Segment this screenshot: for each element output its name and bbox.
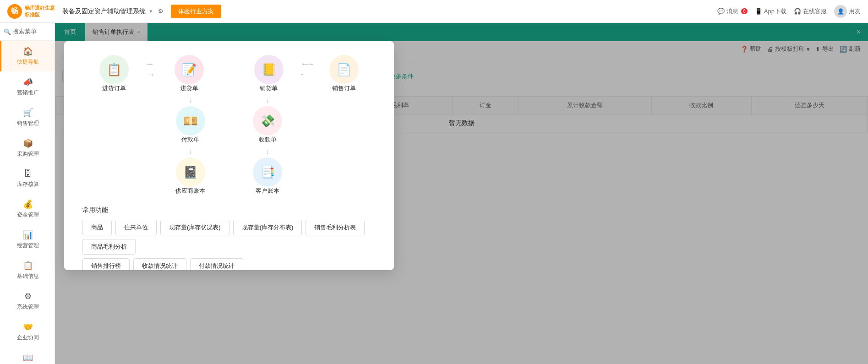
func-btn-partner[interactable]: 往来单位 [115, 220, 157, 235]
function-buttons-grid: 商品 往来单位 现存量(库存状况表) 现存量(库存分布表) 销售毛利分析表 商品… [82, 220, 376, 255]
sidebar-item-inventory[interactable]: 🗄 库存核算 [0, 163, 55, 194]
sales-order-label: 销售订单 [332, 84, 356, 92]
arrow-row-3: ↓ ↓ [82, 147, 376, 156]
sidebar-search[interactable]: 🔍 搜索菜单 [0, 23, 55, 41]
func-btn-sales-rank[interactable]: 销售排行榜 [82, 258, 130, 270]
logo-icon: 畅 [7, 4, 22, 19]
func-btn-product-profit[interactable]: 商品毛利分析 [82, 239, 136, 255]
system-icon: ⚙ [24, 291, 32, 301]
down-arrow-purchase: ↓ [159, 96, 221, 104]
spacer-left [82, 96, 144, 104]
popup-overlay[interactable]: 📋 进货订单 - - - → 📝 进货单 [55, 23, 868, 364]
enterprise-icon: 🤝 [23, 322, 33, 332]
purchase-icon: 📦 [23, 138, 33, 148]
flow-row-0: 📋 进货订单 - - - → 📝 进货单 [82, 55, 376, 92]
common-functions: 常用功能 商品 往来单位 现存量(库存状况表) 现存量(库存分布表) 销售毛利分… [82, 206, 376, 270]
purchase-slip-circle[interactable]: 📝 [175, 55, 204, 84]
sidebar: 🔍 搜索菜单 🏠 快捷导航 📣 营销推广 🛒 销售管理 📦 采购管理 🗄 库存核… [0, 23, 55, 364]
main-layout: 🔍 搜索菜单 🏠 快捷导航 📣 营销推广 🛒 销售管理 📦 采购管理 🗄 库存核… [0, 23, 868, 364]
message-item[interactable]: 💬 消息 6 [717, 7, 748, 16]
operations-icon: 📊 [23, 230, 33, 240]
purchase-slip-label: 进货单 [180, 84, 198, 92]
purchase-order-icon: 📋 [107, 63, 121, 77]
sidebar-label-inventory: 库存核算 [17, 180, 39, 188]
right-arrow-1: - - - → [146, 59, 158, 80]
sidebar-item-enterprise[interactable]: 🤝 企业协同 [0, 316, 55, 347]
sp1 [82, 147, 144, 156]
sidebar-label-operations: 经营管理 [17, 242, 39, 250]
customer-label: 客户账本 [256, 187, 279, 195]
search-icon: 🔍 [4, 28, 11, 35]
header-right: 💬 消息 6 📱 App下载 🎧 在线客服 👤 用友 [717, 5, 861, 18]
func-btn-payment-stats[interactable]: 付款情况统计 [190, 258, 243, 270]
basic-info-icon: 📋 [23, 261, 33, 271]
flow-row-2: 💴 付款单 💸 收款单 [82, 106, 376, 144]
sidebar-item-basic-info[interactable]: 📋 基础信息 [0, 255, 55, 286]
sidebar-label-marketing: 营销推广 [17, 89, 39, 97]
right-panel: 首页 销售订单执行表 × × ❓ 帮助 🖨 按模板打印 ▾ ⬆ 导出 [55, 23, 868, 364]
arrow-row-1: ↓ ↓ [82, 96, 376, 104]
func-btn-receipt-stats[interactable]: 收款情况统计 [133, 258, 186, 270]
receipt-label: 收款单 [259, 136, 277, 144]
dropdown-icon[interactable]: ▾ [149, 8, 153, 15]
sales-slip-icon: 📒 [262, 63, 276, 77]
func-btn-stock-dist[interactable]: 现存量(库存分布表) [233, 220, 302, 235]
marketing-icon: 📣 [23, 77, 33, 87]
customer-circle[interactable]: 📑 [253, 158, 282, 187]
flow-cell-customer: 📑 客户账本 [237, 158, 299, 195]
sidebar-item-operations[interactable]: 📊 经营管理 [0, 224, 55, 255]
flow-cell-sales-order: 📄 销售订单 [312, 55, 376, 92]
sidebar-item-marketing[interactable]: 📣 营销推广 [0, 71, 55, 102]
sidebar-label-enterprise: 企业协同 [17, 334, 39, 342]
logo-area: 畅 畅库通好生意 标准版 [7, 4, 62, 19]
online-service-label: 在线客服 [803, 7, 827, 16]
spacer-arrow-m [221, 96, 237, 104]
sidebar-item-purchase[interactable]: 📦 采购管理 [0, 133, 55, 163]
payment-circle[interactable]: 💴 [176, 106, 205, 136]
sidebar-label-sales: 销售管理 [17, 120, 39, 127]
sidebar-item-system[interactable]: ⚙ 系统管理 [0, 286, 55, 316]
system-name: 装备及固定资产辅助管理系统 [62, 7, 146, 16]
func-btn-sales-profit[interactable]: 销售毛利分析表 [306, 220, 365, 235]
online-service-item[interactable]: 🎧 在线客服 [794, 7, 827, 16]
user-item[interactable]: 👤 用友 [834, 5, 861, 18]
sidebar-item-guide[interactable]: 📖 新手引导 [0, 347, 55, 364]
sidebar-item-quick-nav[interactable]: 🏠 快捷导航 [0, 41, 55, 71]
arrow-1: - - - → [146, 59, 158, 89]
message-label: 消息 [726, 7, 738, 16]
inventory-icon: 🗄 [24, 169, 32, 179]
sidebar-label-purchase: 采购管理 [17, 150, 39, 158]
service-icon: 🎧 [794, 8, 801, 15]
down-arrow-icon-2: ↓ [266, 96, 269, 104]
app-download-item[interactable]: 📱 App下载 [755, 7, 786, 16]
sales-slip-circle[interactable]: 📒 [254, 55, 284, 84]
down-arrow-payment: ↓ [159, 147, 221, 156]
system-name-area: 装备及固定资产辅助管理系统 ▾ ⚙ 体验行业方案 [62, 5, 717, 18]
message-badge: 6 [741, 8, 748, 14]
gear-icon[interactable]: ⚙ [158, 8, 164, 15]
sidebar-item-finance[interactable]: 💰 资金管理 [0, 194, 55, 224]
left-arrow-2: ← - - - [300, 59, 312, 80]
down-arrow-icon-4: ↓ [266, 147, 269, 156]
purchase-slip-icon: 📝 [182, 63, 197, 77]
flow-cell-purchase-slip: 📝 进货单 [158, 55, 221, 92]
down-arrow-icon-1: ↓ [189, 96, 192, 104]
func-btn-product[interactable]: 商品 [82, 220, 112, 235]
sales-icon: 🛒 [23, 108, 33, 118]
purchase-order-label: 进货订单 [102, 84, 126, 92]
experience-button[interactable]: 体验行业方案 [171, 5, 221, 18]
arrow-2: ← - - - [300, 59, 312, 89]
flow-cell-receipt: 💸 收款单 [237, 106, 299, 144]
sales-order-circle[interactable]: 📄 [329, 55, 359, 84]
down-arrow-icon-3: ↓ [189, 147, 192, 156]
sidebar-item-sales[interactable]: 🛒 销售管理 [0, 102, 55, 133]
receipt-circle[interactable]: 💸 [253, 106, 282, 136]
sales-order-icon: 📄 [337, 63, 351, 77]
app-download-label: App下载 [764, 7, 786, 16]
spacer-right [314, 96, 376, 104]
payment-label: 付款单 [181, 136, 199, 144]
func-btn-stock-status[interactable]: 现存量(库存状况表) [160, 220, 229, 235]
supplier-circle[interactable]: 📓 [176, 158, 205, 187]
purchase-order-circle[interactable]: 📋 [99, 55, 129, 84]
sp2 [144, 147, 160, 156]
